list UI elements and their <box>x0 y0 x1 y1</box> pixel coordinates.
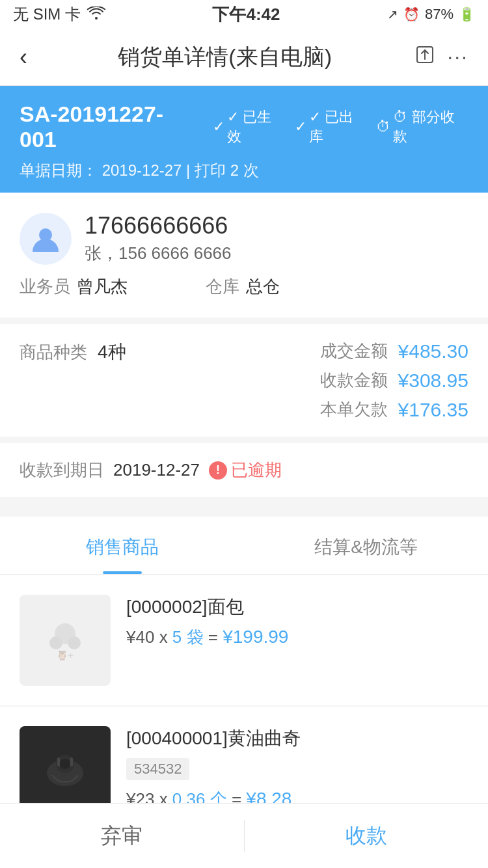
warehouse-item: 仓库 总仓 <box>206 275 280 298</box>
warehouse-label: 仓库 <box>206 275 239 298</box>
status-badge-partial: ⏱ ⏱ 部分收款 <box>376 107 468 146</box>
amounts-right: 成交金额 ¥485.30 收款金额 ¥308.95 本单欠款 ¥176.35 <box>320 340 468 421</box>
status-badge-shipped: ✓ ✓ 已出库 <box>295 107 368 146</box>
types-value: 4种 <box>98 340 126 364</box>
product-sku-2: 534532 <box>126 758 189 780</box>
customer-avatar <box>20 213 72 265</box>
tab-label-settlement: 结算&物流等 <box>314 537 418 557</box>
customer-details: 17666666666 张，156 6666 6666 <box>85 212 232 265</box>
price-total-1: ¥199.99 <box>223 627 288 647</box>
due-date-value: 2019-12-27 <box>113 460 200 480</box>
overdue-badge: ! 已逾期 <box>209 459 282 481</box>
svg-point-4 <box>68 636 81 649</box>
product-name-1: [0000002]面包 <box>126 595 468 619</box>
carrier-text: 无 SIM 卡 <box>13 4 81 25</box>
received-label: 收款金额 <box>320 369 388 392</box>
customer-row: 17666666666 张，156 6666 6666 <box>20 212 468 265</box>
types-label: 商品种类 <box>20 341 87 364</box>
transaction-amount: 成交金额 ¥485.30 <box>320 340 468 362</box>
customer-meta: 业务员 曾凡杰 仓库 总仓 <box>20 275 468 298</box>
customer-account: 17666666666 <box>85 212 232 239</box>
nav-bar: ‹ 销货单详情(来自电脑) ··· <box>0 29 488 86</box>
order-header-banner: SA-20191227-001 ✓ ✓ 已生效 ✓ ✓ 已出库 ⏱ ⏱ 部分收款… <box>0 86 488 193</box>
received-value: ¥308.95 <box>398 370 468 392</box>
owed-label: 本单欠款 <box>320 398 388 421</box>
share-button[interactable] <box>416 46 434 68</box>
status-left: 无 SIM 卡 <box>13 4 105 25</box>
price-equals-1: = <box>208 627 223 647</box>
section-separator <box>0 504 488 517</box>
page-title: 销货单详情(来自电脑) <box>34 42 416 72</box>
status-time: 下午4:42 <box>212 3 280 26</box>
print-info: | 打印 2 次 <box>186 161 259 179</box>
price-multiply-1: x <box>159 627 172 647</box>
order-date: 2019-12-27 <box>102 161 182 179</box>
wifi-icon <box>87 5 105 23</box>
svg-point-3 <box>49 636 62 649</box>
tab-label-sales: 销售商品 <box>86 537 159 557</box>
warehouse-value: 总仓 <box>246 275 280 298</box>
salesperson-item: 业务员 曾凡杰 <box>20 275 128 298</box>
check-icon-2: ✓ <box>295 118 306 135</box>
battery-text: 87% <box>425 6 454 23</box>
product-types: 商品种类 4种 <box>20 340 126 364</box>
owed-amount: 本单欠款 ¥176.35 <box>320 398 468 421</box>
price-qty-1: 5 <box>172 627 182 647</box>
tab-sales-products[interactable]: 销售商品 <box>0 517 244 574</box>
order-date-row: 单据日期： 2019-12-27 | 打印 2 次 <box>20 160 468 181</box>
svg-point-8 <box>60 759 70 769</box>
alarm-icon: ⏰ <box>403 7 420 22</box>
owed-value: ¥176.35 <box>398 399 468 421</box>
back-button[interactable]: ‹ <box>20 37 34 77</box>
cancel-review-button[interactable]: 弃审 <box>0 809 244 863</box>
price-unit-label-1: 袋 <box>187 627 204 647</box>
product-name-2: [000400001]黄油曲奇 <box>126 726 468 751</box>
svg-rect-9 <box>57 757 60 766</box>
transaction-label: 成交金额 <box>320 340 388 362</box>
due-date-section: 收款到期日 2019-12-27 ! 已逾期 <box>0 443 488 497</box>
customer-section: 17666666666 张，156 6666 6666 业务员 曾凡杰 仓库 总… <box>0 193 488 318</box>
transaction-value: ¥485.30 <box>398 340 468 362</box>
product-info-1: [0000002]面包 ¥40 x 5 袋 = ¥199.99 <box>126 595 468 649</box>
product-thumbnail-1: 🦉+ <box>20 595 111 686</box>
status-badge-effective: ✓ ✓ 已生效 <box>213 107 286 146</box>
overdue-icon: ! <box>209 461 227 480</box>
svg-rect-10 <box>70 757 73 766</box>
status-badges: ✓ ✓ 已生效 ✓ ✓ 已出库 ⏱ ⏱ 部分收款 <box>213 107 468 146</box>
salesperson-value: 曾凡杰 <box>77 275 128 298</box>
more-button[interactable]: ··· <box>447 45 468 69</box>
list-item: 🦉+ [0000002]面包 ¥40 x 5 袋 = ¥199.99 <box>0 575 488 705</box>
price-unit-1: ¥40 <box>126 627 154 647</box>
due-label: 收款到期日 <box>20 459 104 481</box>
status-right: ↗ ⏰ 87% 🔋 <box>387 6 475 23</box>
clock-icon: ⏱ <box>376 118 390 135</box>
overdue-text: 已逾期 <box>231 459 282 481</box>
amounts-section: 商品种类 4种 成交金额 ¥485.30 收款金额 ¥308.95 本单欠款 ¥… <box>0 324 488 437</box>
location-icon: ↗ <box>387 7 398 22</box>
collect-payment-button[interactable]: 收款 <box>245 809 489 863</box>
product-tabs: 销售商品 结算&物流等 <box>0 517 488 575</box>
product-price-1: ¥40 x 5 袋 = ¥199.99 <box>126 626 468 649</box>
order-id: SA-20191227-001 <box>20 102 200 152</box>
status-bar: 无 SIM 卡 下午4:42 ↗ ⏰ 87% 🔋 <box>0 0 488 29</box>
banner-row1: SA-20191227-001 ✓ ✓ 已生效 ✓ ✓ 已出库 ⏱ ⏱ 部分收款 <box>20 102 468 152</box>
customer-contact: 张，156 6666 6666 <box>85 242 232 265</box>
product-info-2: [000400001]黄油曲奇 534532 ¥23 x 0.36 个 = ¥8… <box>126 726 468 811</box>
tab-settlement[interactable]: 结算&物流等 <box>244 517 488 574</box>
received-amount: 收款金额 ¥308.95 <box>320 369 468 392</box>
battery-icon: 🔋 <box>459 7 475 22</box>
products-list: 🦉+ [0000002]面包 ¥40 x 5 袋 = ¥199.99 <box>0 575 488 837</box>
svg-text:🦉+: 🦉+ <box>57 650 73 661</box>
salesperson-label: 业务员 <box>20 275 70 298</box>
nav-actions: ··· <box>416 45 468 69</box>
date-label: 单据日期： <box>20 161 98 179</box>
bottom-action-bar: 弃审 收款 <box>0 803 488 868</box>
check-icon-1: ✓ <box>213 118 224 135</box>
